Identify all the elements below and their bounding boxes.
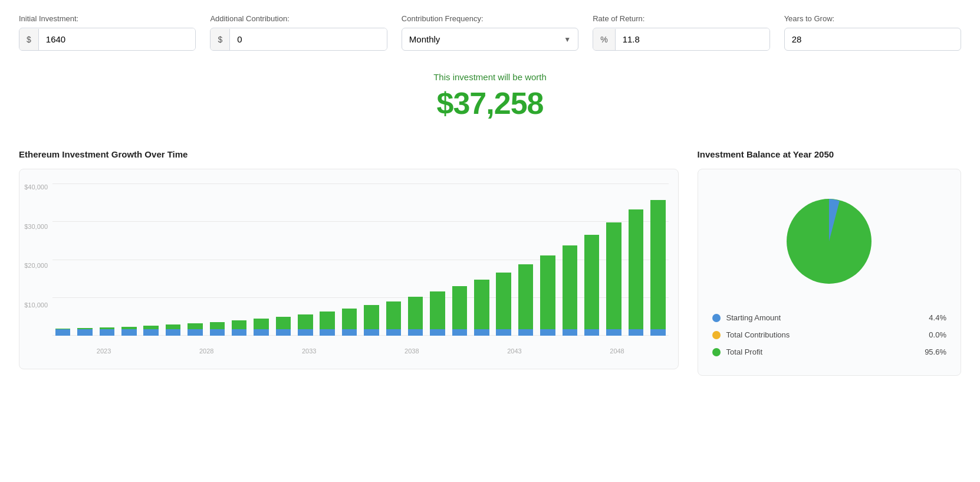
y-label-10k: $10,000 <box>24 301 48 309</box>
rate-of-return-group: Rate of Return: % <box>593 14 769 51</box>
bar-group-2049 <box>626 183 646 336</box>
bar-starting-2039 <box>408 329 423 336</box>
bar-group-2025 <box>97 183 117 336</box>
bar-profit-2034 <box>298 314 313 329</box>
contribution-frequency-select-wrapper: Daily Weekly Monthly Quarterly Annually … <box>402 28 578 51</box>
bar-starting-2044 <box>518 329 533 336</box>
legend-item-contributions: Total Contributions 0.0% <box>712 330 946 339</box>
initial-investment-input[interactable] <box>39 28 196 50</box>
rate-of-return-label: Rate of Return: <box>593 14 769 23</box>
bar-starting-2042 <box>474 329 489 336</box>
bar-group-2030 <box>207 183 228 336</box>
bar-starting-2025 <box>100 329 114 336</box>
legend-dot-profit <box>712 348 721 356</box>
bar-group-2026 <box>119 183 139 336</box>
bar-group-2041 <box>449 183 470 336</box>
pie-chart-wrapper: Starting Amount 4.4% Total Contributions… <box>698 169 961 376</box>
bar-starting-2032 <box>254 329 268 336</box>
bar-starting-2041 <box>452 329 467 336</box>
result-section: This investment will be worth $37,258 <box>19 72 961 121</box>
bar-profit-2043 <box>496 273 511 330</box>
bar-starting-2037 <box>364 329 379 336</box>
bar-group-2038 <box>383 183 404 336</box>
bar-starting-2046 <box>563 329 577 336</box>
rate-of-return-prefix: % <box>593 29 615 50</box>
additional-contribution-input-wrapper: $ <box>210 28 387 51</box>
bar-group-2040 <box>427 183 448 336</box>
bar-profit-2045 <box>540 255 555 329</box>
additional-contribution-prefix: $ <box>211 29 230 50</box>
x-label-2048: 2048 <box>610 347 624 355</box>
bar-group-2036 <box>339 183 360 336</box>
bar-profit-2049 <box>629 209 643 330</box>
bar-group-2042 <box>471 183 492 336</box>
years-to-grow-input[interactable] <box>784 28 961 51</box>
bar-starting-2024 <box>77 329 92 336</box>
result-value: $37,258 <box>19 86 961 121</box>
bar-profit-2042 <box>474 280 489 330</box>
bar-group-2044 <box>515 183 536 336</box>
charts-section: Ethereum Investment Growth Over Time $40… <box>19 149 961 376</box>
legend-dot-contributions <box>712 331 721 339</box>
bar-starting-2035 <box>320 329 334 336</box>
y-axis: $40,000 $30,000 $20,000 $10,000 <box>19 183 52 340</box>
additional-contribution-label: Additional Contribution: <box>210 14 387 23</box>
contribution-frequency-select[interactable]: Daily Weekly Monthly Quarterly Annually <box>402 28 578 50</box>
bar-profit-2036 <box>342 309 357 329</box>
rate-of-return-input-wrapper: % <box>593 28 769 51</box>
bar-starting-2029 <box>188 329 202 336</box>
bar-group-2027 <box>141 183 162 336</box>
legend-pct-profit: 95.6% <box>925 347 946 356</box>
y-label-40k: $40,000 <box>24 183 48 191</box>
bars-area: 2023 2028 2033 2038 2043 2048 <box>52 183 669 359</box>
bar-starting-2030 <box>210 329 225 336</box>
additional-contribution-input[interactable] <box>230 28 387 50</box>
bar-group-2034 <box>295 183 315 336</box>
bar-starting-2026 <box>121 329 136 336</box>
bar-chart-wrapper: $40,000 $30,000 $20,000 $10,000 2023 <box>19 169 679 369</box>
x-label-2028: 2028 <box>199 347 213 355</box>
bar-group-2047 <box>581 183 602 336</box>
bar-profit-2050 <box>650 200 665 329</box>
bar-group-2037 <box>361 183 382 336</box>
legend-item-profit: Total Profit 95.6% <box>712 347 946 356</box>
bar-group-2033 <box>273 183 294 336</box>
bar-group-2046 <box>560 183 580 336</box>
bar-starting-2034 <box>298 329 313 336</box>
result-label: This investment will be worth <box>19 72 961 82</box>
bar-profit-2032 <box>254 319 268 329</box>
bar-starting-2028 <box>166 329 180 336</box>
x-label-2023: 2023 <box>97 347 111 355</box>
bar-profit-2047 <box>584 235 599 330</box>
bar-starting-2050 <box>650 329 665 336</box>
bar-profit-2029 <box>188 323 202 329</box>
x-label-2038: 2038 <box>405 347 419 355</box>
bar-profit-2033 <box>276 317 291 329</box>
legend-label-starting: Starting Amount <box>726 313 923 322</box>
bar-group-2029 <box>185 183 205 336</box>
y-label-20k: $20,000 <box>24 262 48 269</box>
bar-profit-2031 <box>232 320 246 329</box>
bar-profit-2044 <box>518 264 533 329</box>
years-to-grow-label: Years to Grow: <box>784 14 961 23</box>
bar-profit-2038 <box>386 301 401 330</box>
bar-starting-2033 <box>276 329 291 336</box>
legend-label-profit: Total Profit <box>726 347 919 356</box>
pie-chart-svg <box>776 188 882 294</box>
bar-profit-2046 <box>563 245 577 329</box>
contribution-frequency-label: Contribution Frequency: <box>402 14 578 23</box>
bar-group-2028 <box>163 183 183 336</box>
bar-starting-2040 <box>430 329 445 336</box>
bar-group-2043 <box>494 183 514 336</box>
bar-profit-2048 <box>606 222 621 329</box>
bar-starting-2048 <box>606 329 621 336</box>
bar-starting-2023 <box>55 329 70 336</box>
bar-group-2050 <box>647 183 668 336</box>
x-label-2033: 2033 <box>302 347 316 355</box>
rate-of-return-input[interactable] <box>616 28 769 50</box>
initial-investment-label: Initial Investment: <box>19 14 196 23</box>
x-axis-labels: 2023 2028 2033 2038 2043 2048 <box>52 347 669 355</box>
bar-profit-2037 <box>364 305 379 329</box>
bar-group-2031 <box>229 183 249 336</box>
bar-group-2023 <box>52 183 73 336</box>
